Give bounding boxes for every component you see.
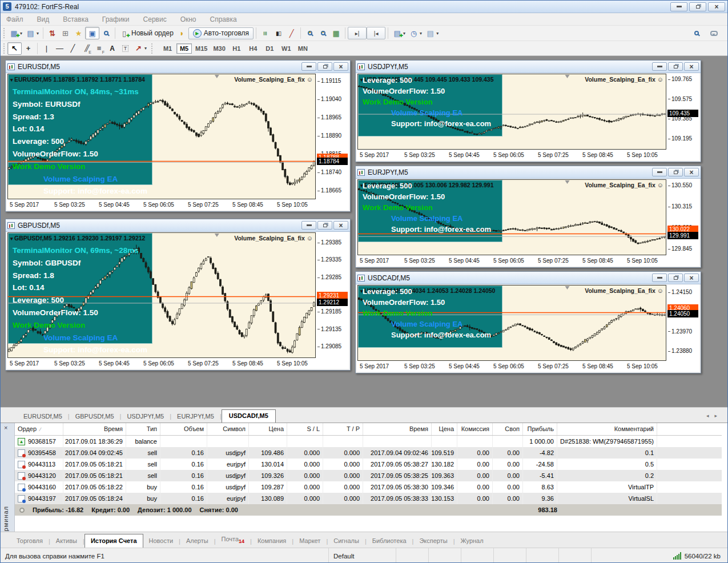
autotrading-button[interactable]: Авто-торговля bbox=[188, 27, 254, 39]
menu-view[interactable]: Вид bbox=[37, 15, 50, 23]
chart-window-eurusdf[interactable]: EURUSDf,M5 × EURUSDf,M5 1.18785 1.18792 … bbox=[5, 60, 351, 212]
time-axis[interactable]: 5 Sep 20175 Sep 03:255 Sep 04:455 Sep 06… bbox=[357, 361, 666, 372]
column-header-tp[interactable]: T / P bbox=[323, 423, 363, 435]
toolbar-drag-handle[interactable] bbox=[3, 43, 5, 54]
chart-window-gbpusdf[interactable]: GBPUSDf,M5 × GBPUSDf,M5 1.29216 1.29230 … bbox=[5, 219, 351, 371]
chart-pane[interactable]: EURJPYf,M5 130.005 130.006 129.982 129.9… bbox=[357, 179, 666, 255]
timeframe-m30[interactable]: M30 bbox=[211, 44, 227, 53]
terminal-tab-8[interactable]: Сигналы bbox=[328, 534, 365, 548]
column-header-volume[interactable]: Объем bbox=[160, 423, 207, 435]
price-axis[interactable]: 1.293851.293351.292851.291851.291351.290… bbox=[316, 232, 349, 358]
chart-pane[interactable]: GBPUSDf,M5 1.29216 1.29230 1.29197 1.292… bbox=[7, 232, 316, 358]
chart-close-button[interactable]: × bbox=[684, 274, 699, 282]
toolbar-drag-handle[interactable] bbox=[151, 43, 152, 54]
column-header-sl[interactable]: S / L bbox=[287, 423, 323, 435]
chart-close-button[interactable]: × bbox=[333, 221, 348, 230]
price-axis[interactable]: 130.550130.315130.080129.845130.022129.9… bbox=[667, 179, 699, 255]
column-header-time[interactable]: Время bbox=[63, 423, 126, 435]
timeframe-mn[interactable]: MN bbox=[295, 44, 311, 53]
timeframe-m15[interactable]: M15 bbox=[193, 44, 210, 53]
terminal-button[interactable] bbox=[85, 27, 99, 39]
menu-file[interactable]: Файл bbox=[6, 15, 23, 23]
terminal-tab-4[interactable]: Алерты bbox=[180, 534, 214, 548]
column-header-comment[interactable]: Комментарий bbox=[557, 423, 657, 435]
navigator-button[interactable] bbox=[72, 27, 85, 39]
templates-button[interactable]: ▾ bbox=[424, 27, 440, 39]
tab-scroll-right-icon[interactable]: ▸ bbox=[714, 413, 717, 419]
title-bar[interactable]: 5 479102: FortFS-Real × bbox=[1, 1, 727, 13]
price-axis[interactable]: 1.191151.190401.189651.188901.188151.187… bbox=[316, 74, 349, 199]
chart-minimize-button[interactable] bbox=[652, 62, 667, 71]
chart-close-button[interactable]: × bbox=[684, 168, 699, 176]
chart-minimize-button[interactable] bbox=[652, 168, 667, 176]
fibonacci-button[interactable]: F bbox=[92, 43, 106, 54]
vertical-line-button[interactable] bbox=[40, 43, 53, 54]
history-row-90443120[interactable]: 904431202017.09.05 05:18:21sell0.16usdjp… bbox=[15, 470, 722, 481]
tab-scroll-left-icon[interactable]: ◂ bbox=[706, 413, 709, 419]
price-axis[interactable]: 1.241501.239701.238801.240601.24050 bbox=[667, 285, 699, 361]
history-row-90443113[interactable]: 904431132017.09.05 05:18:21sell0.16eurjp… bbox=[15, 459, 722, 470]
zoom-in-button[interactable]: + bbox=[303, 27, 316, 39]
toolbar-drag-handle[interactable] bbox=[3, 28, 5, 38]
menu-charts[interactable]: Графики bbox=[102, 15, 130, 23]
arrows-tool-button[interactable]: ▾ bbox=[132, 43, 148, 54]
column-header-price2[interactable]: Цена bbox=[432, 423, 457, 435]
column-header-swap[interactable]: Своп bbox=[493, 423, 523, 435]
terminal-tab-7[interactable]: Маркет bbox=[293, 534, 326, 548]
horizontal-line-button[interactable] bbox=[53, 43, 66, 54]
crosshair-tool-button[interactable] bbox=[22, 43, 35, 54]
tile-windows-button[interactable] bbox=[329, 27, 343, 39]
chart-title-bar[interactable]: USDJPYf,M5 × bbox=[356, 61, 701, 73]
bar-chart-button[interactable] bbox=[259, 27, 272, 39]
menu-help[interactable]: Справка bbox=[210, 15, 237, 23]
restore-button[interactable] bbox=[689, 2, 706, 11]
chart-window-usdjpyf[interactable]: USDJPYf,M5 × USDJPYf,M5 109.445 109.445 … bbox=[355, 60, 701, 162]
periods-button[interactable]: ▾ bbox=[407, 27, 424, 39]
auto-scroll-button[interactable] bbox=[348, 27, 367, 39]
chart-restore-button[interactable] bbox=[668, 62, 683, 71]
data-window-button[interactable] bbox=[59, 27, 72, 39]
timeframe-h4[interactable]: H4 bbox=[246, 44, 261, 53]
terminal-tab-2[interactable]: История Счета bbox=[85, 534, 143, 548]
chart-restore-button[interactable] bbox=[317, 62, 332, 71]
chart-pane[interactable]: USDJPYf,M5 109.445 109.445 109.433 109.4… bbox=[357, 74, 666, 150]
trendline-button[interactable] bbox=[66, 43, 79, 54]
chart-tab-eurjpyf[interactable]: EURJPYf,M5 bbox=[171, 411, 220, 423]
chart-minimize-button[interactable] bbox=[301, 221, 316, 230]
terminal-tab-6[interactable]: Компания bbox=[252, 534, 292, 548]
menu-window[interactable]: Окно bbox=[180, 15, 196, 23]
status-profile[interactable]: Default bbox=[329, 548, 396, 563]
profiles-button[interactable]: ▾ bbox=[24, 27, 41, 39]
zoom-out-button[interactable]: − bbox=[316, 27, 329, 39]
timeframe-w1[interactable]: W1 bbox=[279, 44, 294, 53]
chart-close-button[interactable]: × bbox=[333, 62, 348, 71]
menu-insert[interactable]: Вставка bbox=[63, 15, 89, 23]
cursor-tool-button[interactable] bbox=[7, 42, 22, 55]
time-axis[interactable]: 5 Sep 20175 Sep 03:255 Sep 04:455 Sep 06… bbox=[7, 200, 316, 210]
chart-tab-gbpusdf[interactable]: GBPUSDf,M5 bbox=[70, 411, 120, 423]
terminal-tab-1[interactable]: Активы bbox=[50, 534, 83, 548]
terminal-close-icon[interactable]: × bbox=[4, 425, 7, 431]
menu-service[interactable]: Сервис bbox=[143, 15, 167, 23]
column-header-type[interactable]: Тип bbox=[126, 423, 160, 435]
terminal-tab-11[interactable]: Журнал bbox=[455, 534, 489, 548]
chart-tab-usdcadf[interactable]: USDCADf,M5 bbox=[222, 409, 276, 423]
terminal-tab-10[interactable]: Эксперты bbox=[413, 534, 453, 548]
column-header-symbol[interactable]: Символ bbox=[207, 423, 249, 435]
terminal-tab-5[interactable]: Почта14 bbox=[216, 533, 251, 548]
column-header-commission[interactable]: Комиссия bbox=[457, 423, 493, 435]
candlestick-chart-button[interactable] bbox=[272, 27, 285, 39]
timeframe-h1[interactable]: H1 bbox=[229, 44, 244, 53]
new-order-button[interactable]: Новый ордер bbox=[118, 27, 175, 39]
table-header-row[interactable]: Ордер∕ВремяТипОбъемСимволЦенаS / LT / PВ… bbox=[15, 423, 722, 436]
chat-button[interactable] bbox=[709, 30, 719, 37]
line-chart-button[interactable] bbox=[285, 27, 298, 39]
chart-close-button[interactable]: × bbox=[684, 62, 699, 71]
metaeditor-button[interactable] bbox=[175, 27, 188, 39]
chart-restore-button[interactable] bbox=[668, 274, 683, 282]
chart-window-eurjpyf[interactable]: EURJPYf,M5 × EURJPYf,M5 130.005 130.006 … bbox=[355, 166, 701, 268]
history-row-90368157[interactable]: 903681572017.09.01 18:36:29balance1 000.… bbox=[15, 436, 722, 447]
column-header-order[interactable]: Ордер∕ bbox=[15, 423, 63, 435]
column-header-price[interactable]: Цена bbox=[249, 423, 287, 435]
time-axis[interactable]: 5 Sep 20175 Sep 03:255 Sep 04:455 Sep 06… bbox=[357, 256, 666, 266]
